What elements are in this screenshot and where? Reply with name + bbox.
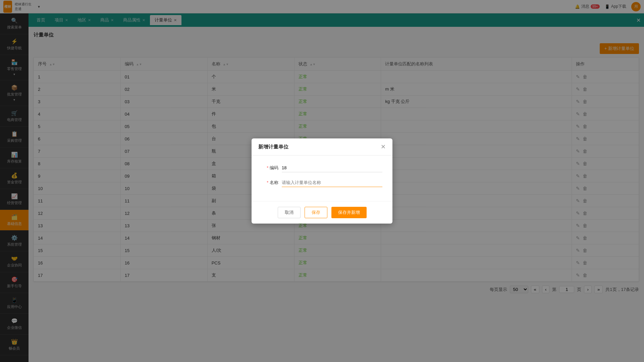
name-field-row: * 名称: [262, 178, 382, 187]
code-label: * 编码: [262, 165, 282, 171]
modal-title: 新增计量单位: [258, 144, 288, 150]
code-field-row: * 编码: [262, 164, 382, 172]
modal-close-button[interactable]: ✕: [381, 143, 386, 150]
modal-header: 新增计量单位 ✕: [252, 138, 392, 156]
modal-body: * 编码 * 名称: [252, 156, 392, 201]
code-input[interactable]: [282, 164, 382, 172]
modal-overlay[interactable]: 新增计量单位 ✕ * 编码 * 名称 取消 保存 保存并新增: [0, 0, 644, 362]
save-and-new-button[interactable]: 保存并新增: [331, 207, 367, 218]
save-button[interactable]: 保存: [305, 207, 327, 218]
add-unit-modal: 新增计量单位 ✕ * 编码 * 名称 取消 保存 保存并新增: [252, 138, 392, 224]
modal-footer: 取消 保存 保存并新增: [252, 201, 392, 224]
name-label: * 名称: [262, 180, 282, 186]
cancel-button[interactable]: 取消: [278, 207, 301, 218]
name-input[interactable]: [282, 178, 382, 187]
